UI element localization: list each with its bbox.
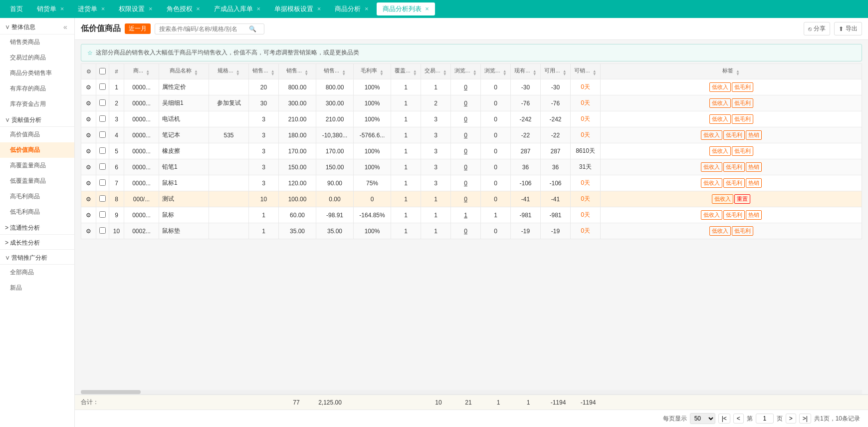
settings-icon[interactable]: ⚙ [81,159,96,175]
settings-icon[interactable]: ⚙ [81,223,96,239]
row-checkbox[interactable] [96,207,109,223]
nav-role-auth[interactable]: 角色授权 × [161,2,206,15]
browse1-link[interactable]: 0 [464,180,467,187]
col-sales-amount[interactable]: 销售... ▲▼ [316,64,354,79]
search-input[interactable] [159,25,249,32]
sidebar-item-low-coverage[interactable]: 低覆盖量商品 [0,173,74,189]
prev-page-button[interactable]: < [733,414,744,424]
table-scroll-thumb[interactable] [81,390,141,394]
close-icon[interactable]: × [425,5,429,12]
share-button[interactable]: ⎋ 分享 [804,22,830,35]
nav-home[interactable]: 首页 [4,2,29,15]
settings-icon[interactable]: ⚙ [81,79,96,95]
browse1-link[interactable]: 0 [464,116,467,123]
settings-icon[interactable]: ⚙ [81,207,96,223]
row-browse1[interactable]: 0 [451,223,481,239]
close-icon[interactable]: × [365,5,369,12]
settings-icon[interactable]: ⚙ [81,143,96,159]
sidebar-item-low-margin[interactable]: 低毛利商品 [0,204,74,220]
sidebar-item-inventory-capital[interactable]: 库存资金占用 [0,96,74,112]
col-browse1[interactable]: 浏览... ▲▼ [451,64,481,79]
col-coverage[interactable]: 覆盖... ▲▼ [391,64,421,79]
col-tags[interactable]: 标签 ▲▼ [601,64,862,79]
close-icon[interactable]: × [60,5,64,12]
period-tag[interactable]: 近一月 [125,23,151,34]
row-select-checkbox[interactable] [99,163,106,170]
col-settings[interactable]: ⚙ [81,64,96,79]
row-checkbox[interactable] [96,143,109,159]
col-browse2[interactable]: 浏览... ▲▼ [481,64,511,79]
row-select-checkbox[interactable] [99,131,106,138]
nav-product-analysis-list[interactable]: 商品分析列表 × [377,2,435,15]
col-sellable[interactable]: 可销... ▲▼ [571,64,601,79]
sidebar-item-all-goods[interactable]: 全部商品 [0,265,74,280]
row-browse1[interactable]: 0 [451,95,481,111]
close-icon[interactable]: × [196,5,200,12]
col-sales-qty[interactable]: 销售... ▲▼ [249,64,279,79]
row-select-checkbox[interactable] [99,147,106,154]
row-checkbox[interactable] [96,223,109,239]
nav-product-storage[interactable]: 产成品入库单 × [208,2,266,15]
browse1-link[interactable]: 0 [464,100,467,107]
nav-permissions[interactable]: 权限设置 × [113,2,158,15]
sidebar-item-category-sales[interactable]: 商品分类销售率 [0,65,74,81]
settings-icon[interactable]: ⚙ [81,95,96,111]
next-page-button[interactable]: > [786,414,796,424]
row-select-checkbox[interactable] [99,115,106,122]
col-transaction[interactable]: 交易... ▲▼ [421,64,451,79]
settings-icon[interactable]: ⚙ [81,127,96,143]
sidebar-item-stocked-goods[interactable]: 有库存的商品 [0,81,74,96]
search-icon[interactable]: 🔍 [249,25,256,32]
settings-icon[interactable]: ⚙ [81,175,96,191]
col-name[interactable]: 商品名称 ▲▼ [159,64,209,79]
row-checkbox[interactable] [96,95,109,111]
sidebar-item-low-value[interactable]: 低价值商品 [0,142,74,158]
close-icon[interactable]: × [149,5,153,12]
col-code[interactable]: 商... ▲▼ [124,64,159,79]
sidebar-item-high-coverage[interactable]: 高覆盖量商品 [0,158,74,173]
row-select-checkbox[interactable] [99,83,106,90]
row-browse1[interactable]: 0 [451,159,481,175]
col-sales-price[interactable]: 销售... ▲▼ [279,64,316,79]
export-button[interactable]: ⬆ 导出 [834,22,862,35]
sidebar-item-traded-goods[interactable]: 交易过的商品 [0,50,74,65]
table-scrollbar[interactable] [81,390,862,394]
row-browse1[interactable]: 0 [451,175,481,191]
close-icon[interactable]: × [317,5,321,12]
browse1-link[interactable]: 0 [464,164,467,171]
sidebar-item-high-margin[interactable]: 高毛利商品 [0,189,74,204]
nav-product-analysis[interactable]: 商品分析 × [329,2,374,15]
row-checkbox[interactable] [96,191,109,207]
browse1-link[interactable]: 0 [464,84,467,91]
row-browse1[interactable]: 0 [451,111,481,127]
col-available[interactable]: 可用... ▲▼ [541,64,571,79]
sidebar-item-high-value[interactable]: 高价值商品 [0,127,74,142]
sidebar-item-sales-goods[interactable]: 销售类商品 [0,34,74,50]
row-browse1[interactable]: 0 [451,79,481,95]
browse1-link[interactable]: 0 [464,148,467,155]
browse1-link[interactable]: 1 [464,212,467,219]
row-checkbox[interactable] [96,111,109,127]
row-browse1[interactable]: 1 [451,207,481,223]
row-checkbox[interactable] [96,175,109,191]
row-browse1[interactable]: 0 [451,191,481,207]
close-icon[interactable]: × [101,5,105,12]
sidebar-item-new-goods[interactable]: 新品 [0,280,74,296]
nav-template-settings[interactable]: 单据模板设置 × [268,2,327,15]
select-all-checkbox[interactable] [99,68,106,74]
row-checkbox[interactable] [96,79,109,95]
close-icon[interactable]: × [257,5,261,12]
browse1-link[interactable]: 0 [464,132,467,139]
last-page-button[interactable]: >| [799,414,811,424]
row-select-checkbox[interactable] [99,179,106,186]
col-spec[interactable]: 规格... ▲▼ [209,64,249,79]
row-browse1[interactable]: 0 [451,127,481,143]
nav-sales-order[interactable]: 销货单 × [31,2,70,15]
settings-icon[interactable]: ⚙ [81,111,96,127]
sidebar-collapse-button[interactable]: « [60,22,70,32]
settings-icon[interactable]: ⚙ [81,191,96,207]
first-page-button[interactable]: |< [718,414,730,424]
row-checkbox[interactable] [96,159,109,175]
row-select-checkbox[interactable] [99,195,106,202]
row-select-checkbox[interactable] [99,227,106,234]
